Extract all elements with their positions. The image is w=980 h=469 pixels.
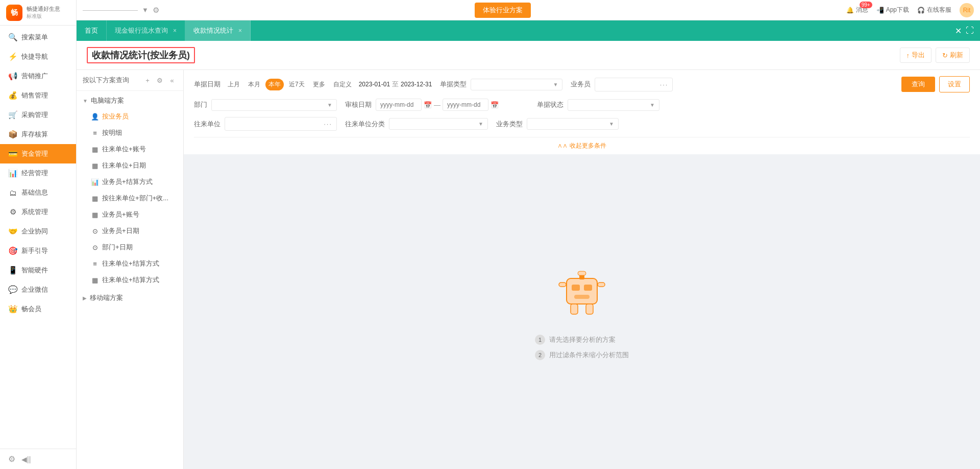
tab-home[interactable]: 首页 xyxy=(77,20,107,41)
scheme-item-counterpart-dept[interactable]: ▦ 按往来单位+部门+收... xyxy=(77,190,183,206)
sidebar-item-label: 快捷导航 xyxy=(21,52,48,61)
scheme-item-label: 业务员+结算方式 xyxy=(102,177,153,186)
headset-icon: 🎧 xyxy=(917,7,925,14)
scheme-header-title: 按以下方案查询 xyxy=(83,76,129,85)
step-1-num: 1 xyxy=(535,335,545,345)
sidebar-item-label: 企业微信 xyxy=(21,285,48,294)
sidebar-item-sales[interactable]: 💰 销售管理 xyxy=(0,86,76,105)
mobile-scheme-group[interactable]: ▶ 移动端方案 xyxy=(77,290,183,306)
date-this-year-btn[interactable]: 本年 xyxy=(265,79,284,90)
date-more-btn[interactable]: 更多 xyxy=(310,79,328,90)
sidebar-item-label: 基础信息 xyxy=(21,188,48,197)
sidebar-item-hardware[interactable]: 📱 智能硬件 xyxy=(0,261,76,280)
filter-actions: 查询 设置 xyxy=(901,76,970,92)
review-date-from-input[interactable] xyxy=(376,99,422,111)
empty-step-1: 1 请先选择要分析的方案 xyxy=(535,335,629,345)
sidebar-item-wechat[interactable]: 💬 企业微信 xyxy=(0,280,76,299)
user-initial: Rit xyxy=(963,7,971,14)
gear-settings-icon[interactable]: ⚙ xyxy=(153,6,159,15)
sidebar-item-inventory[interactable]: 📦 库存核算 xyxy=(0,125,76,144)
scheme-add-icon[interactable]: + xyxy=(142,75,153,85)
sidebar-item-operation[interactable]: 📊 经营管理 xyxy=(0,163,76,183)
scheme-item-label: 业务员+日期 xyxy=(102,226,139,236)
desktop-scheme-group-title[interactable]: ▼ 电脑端方案 xyxy=(77,93,183,108)
scheme-settings-icon[interactable]: ⚙ xyxy=(155,75,165,85)
sidebar-nav: 🔍 搜索菜单 ⚡ 快捷导航 📢 营销推广 💰 销售管理 🛒 采购管理 📦 库存核… xyxy=(0,26,76,449)
tab-collection-stat[interactable]: 收款情况统计 × xyxy=(185,20,251,41)
date-custom-btn[interactable]: 自定义 xyxy=(330,79,355,90)
user-avatar[interactable]: Rit xyxy=(960,3,974,17)
svg-rect-3 xyxy=(574,295,590,299)
sidebar-item-marketing[interactable]: 📢 营销推广 xyxy=(0,66,76,86)
business-type-select[interactable]: ▼ xyxy=(527,118,619,130)
tab-maximize-button[interactable]: ⛶ xyxy=(966,26,974,35)
sidebar-item-system[interactable]: ⚙ 系统管理 xyxy=(0,202,76,222)
voucher-status-label: 单据状态 xyxy=(537,100,564,109)
filter-collapse-button[interactable]: ∧∧ 收起更多条件 xyxy=(194,137,970,154)
settings-icon[interactable]: ⚙ xyxy=(8,454,15,464)
scheme-item-by-salesman[interactable]: 👤 按业务员 xyxy=(77,108,183,125)
step-2-num: 2 xyxy=(535,350,545,360)
sidebar-item-label: 系统管理 xyxy=(21,207,48,217)
refresh-button[interactable]: ↻ 刷新 xyxy=(936,48,970,63)
scheme-item-counterpart-date[interactable]: ▦ 往来单位+日期 xyxy=(77,157,183,174)
dept-select[interactable]: ▼ xyxy=(211,99,337,111)
svg-rect-0 xyxy=(567,278,597,304)
sidebar-item-guide[interactable]: 🎯 新手引导 xyxy=(0,241,76,261)
app-download-button[interactable]: 📲 App下载 xyxy=(876,6,909,14)
trial-scheme-button[interactable]: 体验行业方案 xyxy=(475,3,531,18)
filter-area: 单据日期 上月 本月 本年 近7天 更多 自定义 2023-01-01 xyxy=(184,70,980,154)
salesman-select[interactable]: ··· xyxy=(595,78,673,91)
review-date-to-input[interactable] xyxy=(443,99,488,111)
export-button[interactable]: ↑ 导出 xyxy=(900,48,932,63)
sidebar-item-basic[interactable]: 🗂 基础信息 xyxy=(0,183,76,202)
collapse-icon[interactable]: ◀|| xyxy=(21,455,31,463)
salesman-date-icon: ⊙ xyxy=(91,227,99,235)
empty-step-2: 2 用过滤条件来缩小分析范围 xyxy=(535,350,629,360)
online-service-button[interactable]: 🎧 在线客服 xyxy=(917,6,951,14)
voucher-status-select[interactable]: ▼ xyxy=(568,99,659,111)
sidebar-item-member[interactable]: 👑 畅会员 xyxy=(0,299,76,319)
scheme-collapse-icon[interactable]: « xyxy=(167,75,177,85)
date-this-month-btn[interactable]: 本月 xyxy=(245,79,263,90)
counterpart-category-dropdown-icon: ▼ xyxy=(478,121,483,127)
query-button[interactable]: 查询 xyxy=(901,77,935,92)
message-button[interactable]: 🔔 消息 99+ xyxy=(846,6,868,14)
review-calendar2-icon[interactable]: 📅 xyxy=(491,101,499,109)
export-icon: ↑ xyxy=(906,52,910,59)
scheme-item-counterpart-settlement1[interactable]: ≡ 往来单位+结算方式 xyxy=(77,255,183,272)
top-header-right: 🔔 消息 99+ 📲 App下载 🎧 在线客服 Rit xyxy=(846,3,974,17)
tab-collection-stat-close[interactable]: × xyxy=(238,27,242,34)
tab-close-all-button[interactable]: ✕ xyxy=(955,26,962,36)
scheme-item-counterpart-settlement2[interactable]: ▦ 往来单位+结算方式 xyxy=(77,272,183,288)
inventory-icon: 📦 xyxy=(8,130,17,139)
date-last-month-btn[interactable]: 上月 xyxy=(225,79,243,90)
sidebar-item-search[interactable]: 🔍 搜索菜单 xyxy=(0,28,76,47)
sidebar-item-finance[interactable]: 💳 资金管理 xyxy=(0,144,76,163)
counterpart-label: 往来单位 xyxy=(194,120,220,129)
counterpart-category-select[interactable]: ▼ xyxy=(389,118,488,130)
scheme-item-salesman-date[interactable]: ⊙ 业务员+日期 xyxy=(77,223,183,239)
scheme-item-salesman-settlement[interactable]: 📊 业务员+结算方式 xyxy=(77,174,183,190)
date-range-separator: 至 xyxy=(392,80,399,89)
scheme-item-counterpart-account[interactable]: ▦ 往来单位+账号 xyxy=(77,141,183,157)
scheme-item-salesman-account[interactable]: ▦ 业务员+账号 xyxy=(77,206,183,223)
tab-bank-flow[interactable]: 现金银行流水查询 × xyxy=(107,20,185,41)
tab-bank-flow-label: 现金银行流水查询 xyxy=(115,26,168,35)
setting-button[interactable]: 设置 xyxy=(939,76,970,92)
voucher-type-select[interactable]: ▼ xyxy=(471,79,562,90)
scheme-item-by-detail[interactable]: ≡ 按明细 xyxy=(77,125,183,141)
sidebar-item-corp[interactable]: 🤝 企业协同 xyxy=(0,222,76,241)
scheme-item-dept-date[interactable]: ⊙ 部门+日期 xyxy=(77,239,183,255)
salesman-account-icon: ▦ xyxy=(91,210,99,219)
dropdown-arrow-icon[interactable]: ▼ xyxy=(142,6,149,14)
sidebar-item-purchase[interactable]: 🛒 采购管理 xyxy=(0,105,76,125)
review-calendar-icon[interactable]: 📅 xyxy=(424,101,432,109)
counterpart-select[interactable]: ··· xyxy=(225,117,337,131)
collapse-up-icon: ∧∧ xyxy=(557,142,568,149)
online-service-label: 在线客服 xyxy=(927,6,951,14)
logo-icon: 畅 xyxy=(6,5,22,21)
sidebar-item-quick-nav[interactable]: ⚡ 快捷导航 xyxy=(0,47,76,66)
date-last-7-btn[interactable]: 近7天 xyxy=(286,79,308,90)
tab-bank-flow-close[interactable]: × xyxy=(173,27,177,34)
